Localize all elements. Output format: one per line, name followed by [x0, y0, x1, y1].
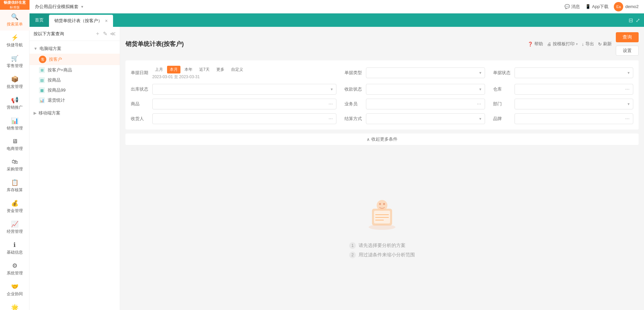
- goods-input[interactable]: ···: [152, 99, 336, 109]
- message-button[interactable]: 💬 消息: [565, 4, 580, 10]
- app-download-button[interactable]: 📱 App下载: [585, 4, 608, 10]
- collapse-bar[interactable]: ∧ 收起更多条件: [125, 134, 639, 145]
- by-goods-icon: ▤: [39, 77, 45, 83]
- tree-item-by-goods[interactable]: ▤ 按商品: [30, 75, 120, 85]
- sidebar-item-finance[interactable]: 💰 资金管理: [0, 196, 30, 217]
- filter-row-3: 商品 ··· 业务员 ···: [131, 99, 633, 109]
- date-btn-more[interactable]: 更多: [214, 66, 227, 73]
- payment-method-input[interactable]: ▾: [366, 113, 485, 124]
- tab-home-label: 首页: [35, 17, 44, 23]
- receiver-input[interactable]: ···: [152, 113, 336, 124]
- sidebar-item-ecom[interactable]: 🖥 电商管理: [0, 135, 30, 155]
- export-button[interactable]: ↓ 导出: [582, 41, 594, 47]
- refresh-button[interactable]: ↻ 刷新: [598, 41, 612, 47]
- collapse-arrow-icon: ∧: [367, 137, 370, 142]
- tree-item-return-stat-label: 退货统计: [48, 97, 65, 103]
- tree-item-by-goods-99[interactable]: ▦ 按商品99: [30, 85, 120, 95]
- out-status-input[interactable]: ▾: [152, 84, 336, 95]
- tree-item-by-customer-label: 按客户: [49, 56, 62, 62]
- clerk-label: 业务员: [344, 101, 363, 107]
- goods-dots-icon: ···: [328, 101, 333, 107]
- help-button[interactable]: ❓ 帮助: [528, 41, 543, 47]
- left-panel-header: 按以下方案查询 ＋ ✎ ≪: [30, 27, 120, 41]
- tree-group-desktop-label: 电脑端方案: [40, 46, 61, 52]
- sidebar-item-purchase[interactable]: 🛍 采购管理: [0, 155, 30, 175]
- template-print-label: 按模板打印: [553, 41, 575, 47]
- sidebar-item-ops[interactable]: 📈 经营管理: [0, 217, 30, 238]
- refresh-icon: ↻: [598, 42, 602, 47]
- sidebar-item-quick-nav-label: 快捷导航: [7, 42, 23, 48]
- filter-row-2: 出库状态 ▾ 收款状态 ▾: [131, 84, 633, 95]
- filter-row-4: 收货人 ··· 结算方式 ▾: [131, 113, 633, 124]
- brand-input[interactable]: ···: [515, 113, 633, 124]
- brand-label: 品牌: [493, 116, 512, 122]
- warehouse-input[interactable]: ···: [515, 84, 633, 95]
- setting-button[interactable]: 设置: [616, 46, 639, 56]
- clerk-input[interactable]: ···: [366, 99, 485, 109]
- sidebar-item-search[interactable]: 🔍 搜索菜单: [0, 10, 30, 31]
- tree-group-mobile[interactable]: ▶ 移动端方案: [30, 108, 120, 118]
- payment-status-input[interactable]: ▾: [366, 84, 485, 95]
- filter-doc-status: 单据状态 ▾: [493, 67, 633, 78]
- tip-num-2: 2: [349, 252, 356, 258]
- tree-group-desktop[interactable]: ▼ 电脑端方案: [30, 44, 120, 54]
- app-download-label: App下载: [592, 4, 608, 10]
- template-print-button[interactable]: 🖨 按模板打印 ▾: [547, 41, 578, 47]
- tree-item-by-customer[interactable]: 客 按客户: [30, 54, 120, 65]
- receiver-dots-icon: ···: [328, 116, 333, 122]
- date-btn-this-month[interactable]: 本月: [167, 66, 180, 73]
- left-panel: 按以下方案查询 ＋ ✎ ≪ ▼ 电脑端方案 客 按客户 ⊞ 按: [30, 27, 120, 310]
- tree-item-return-stat[interactable]: 📊 退货统计: [30, 95, 120, 105]
- doc-type-input[interactable]: ▾: [366, 67, 485, 78]
- tree-item-by-customer-goods[interactable]: ⊞ 按客户+商品: [30, 65, 120, 75]
- sidebar-item-marketing[interactable]: 📢 营销推广: [0, 93, 30, 114]
- sidebar-item-wholesale[interactable]: 📦 批发管理: [0, 72, 30, 93]
- date-btn-this-year[interactable]: 本年: [182, 66, 195, 73]
- sidebar-item-quick-nav[interactable]: ⚡ 快捷导航: [0, 31, 30, 51]
- filter-clerk: 业务员 ···: [344, 99, 485, 109]
- user-info[interactable]: Ea demo2: [614, 2, 639, 11]
- quick-nav-icon: ⚡: [11, 34, 18, 41]
- tab-minimize-icon[interactable]: ⊟: [629, 17, 633, 23]
- tab-close-icon[interactable]: ×: [105, 18, 108, 23]
- left-panel-title: 按以下方案查询: [34, 31, 64, 37]
- doc-status-input[interactable]: ▾: [515, 67, 633, 78]
- dept-arrow-icon: ▾: [628, 102, 630, 106]
- sidebar-item-basic-label: 基础信息: [7, 250, 23, 255]
- collapse-panel-button[interactable]: ≪: [110, 31, 116, 37]
- date-range: 2023-03-01 至 2023-03-31: [152, 74, 336, 80]
- sidebar-item-sales-label: 销售管理: [7, 125, 23, 131]
- sidebar-item-newbie[interactable]: 🌟 新手引导: [0, 300, 30, 310]
- tree-group-mobile-label: 移动端方案: [39, 110, 60, 116]
- sidebar-item-retail[interactable]: 🛒 零售管理: [0, 51, 30, 72]
- tip-text-2: 用过滤条件来缩小分析范围: [359, 252, 415, 258]
- filter-goods: 商品 ···: [131, 99, 336, 109]
- template-print-icon: 🖨: [547, 42, 551, 47]
- sidebar-item-corp[interactable]: 🤝 企业协同: [0, 279, 30, 300]
- sidebar-item-system[interactable]: ⚙ 系统管理: [0, 259, 30, 279]
- date-btn-7days[interactable]: 近7天: [197, 66, 212, 73]
- wholesale-icon: 📦: [11, 75, 18, 83]
- sidebar-item-sales[interactable]: 📊 销售管理: [0, 114, 30, 135]
- header-dropdown-icon[interactable]: ▾: [81, 4, 83, 9]
- date-btn-last-month[interactable]: 上月: [152, 66, 166, 73]
- tree-item-by-goods-label: 按商品: [48, 77, 61, 83]
- sidebar-item-basic[interactable]: ℹ 基础信息: [0, 238, 30, 259]
- filter-row-1: 单据日期 上月 本月 本年 近7天 更多 自定义 2023-03-01 至 20…: [131, 66, 633, 80]
- tab-home[interactable]: 首页: [30, 13, 49, 27]
- dept-input[interactable]: ▾: [515, 99, 633, 109]
- tab-maximize-icon[interactable]: ⤢: [636, 17, 640, 23]
- date-bar: 上月 本月 本年 近7天 更多 自定义: [152, 66, 336, 73]
- search-icon: 🔍: [11, 13, 18, 20]
- tab-bar: 首页 销货单统计表（按客户） × ⊟ ⤢: [30, 13, 644, 27]
- return-stat-icon: 📊: [39, 97, 45, 103]
- edit-scheme-button[interactable]: ✎: [103, 31, 107, 37]
- date-btn-custom[interactable]: 自定义: [228, 66, 246, 73]
- tab-sales-stat-label: 销货单统计表（按客户）: [54, 18, 102, 24]
- tab-sales-stat[interactable]: 销货单统计表（按客户） ×: [49, 15, 113, 27]
- query-button[interactable]: 查询: [616, 32, 639, 42]
- add-scheme-button[interactable]: ＋: [95, 30, 100, 37]
- system-icon: ⚙: [12, 262, 17, 269]
- goods-label: 商品: [131, 101, 150, 107]
- sidebar-item-inventory[interactable]: 📋 库存核算: [0, 175, 30, 196]
